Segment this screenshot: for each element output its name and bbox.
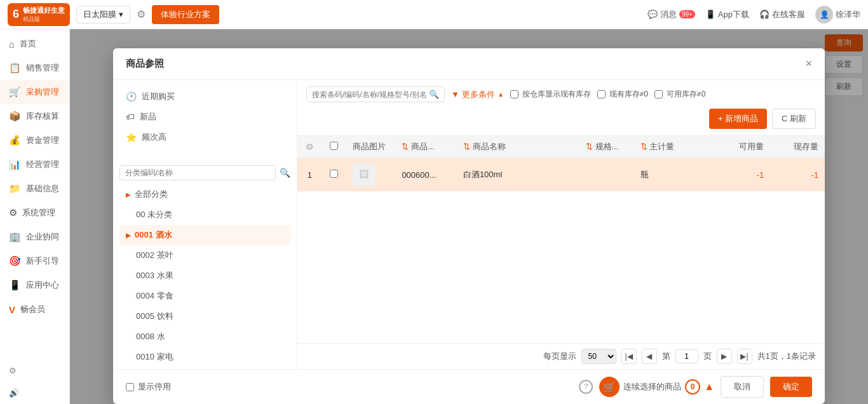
app-download-item[interactable]: 📱 App下载 — [705, 9, 749, 20]
filter-button[interactable]: ▼ 更多条件 ▲ — [451, 89, 504, 100]
show-disabled-checkbox[interactable] — [126, 383, 134, 391]
user-item[interactable]: 👤 徐泽华 — [815, 6, 860, 24]
category-0005[interactable]: 0005 饮料 — [119, 306, 290, 327]
cart-count-badge: 0 — [685, 379, 700, 394]
inventory-icon: 📦 — [9, 111, 21, 122]
sidebar-settings[interactable]: ⚙ — [0, 360, 69, 382]
sidebar-item-apps[interactable]: 📱 应用中心 — [0, 273, 69, 297]
col-img-header: 商品图片 — [346, 136, 395, 158]
category-all[interactable]: ▶ 全部分类 — [119, 184, 290, 205]
next-page-button[interactable]: ▶ — [717, 349, 732, 364]
quick-link-recent[interactable]: 🕐 近期购买 — [119, 86, 290, 107]
sort-icon-name: ⇅ — [463, 142, 470, 151]
first-page-button[interactable]: |◀ — [621, 349, 637, 364]
confirm-button[interactable]: 确定 — [770, 377, 812, 397]
product-code-cell: 000600... — [395, 158, 457, 192]
quick-link-frequent[interactable]: ⭐ 频次高 — [119, 127, 290, 147]
table-row[interactable]: 1 🖼 — [297, 158, 825, 192]
existing-stock-checkbox-row[interactable]: 现有库存≠0 — [597, 89, 648, 100]
available-stock-checkbox-row[interactable]: 可用库存≠0 — [654, 89, 705, 100]
category-0004[interactable]: 0004 零食 — [119, 286, 290, 306]
per-page-select[interactable]: 50 100 200 — [581, 349, 616, 364]
existing-stock-checkbox[interactable] — [597, 90, 606, 98]
category-search-icon[interactable]: 🔍 — [280, 168, 290, 178]
guide-icon: 🎯 — [9, 255, 21, 267]
available-stock-checkbox[interactable] — [654, 90, 663, 98]
category-0008[interactable]: 0008 水 — [119, 327, 290, 347]
sidebar-item-inventory[interactable]: 📦 库存核算 — [0, 104, 69, 128]
product-name-cell: 白酒100ml — [457, 158, 580, 192]
apps-icon: 📱 — [9, 279, 21, 291]
product-image: 🖼 — [353, 163, 376, 186]
footer-left: 显示停用 — [126, 381, 171, 393]
collapse-cart-icon[interactable]: ▲ — [704, 381, 714, 393]
help-icon[interactable]: ? — [579, 380, 593, 394]
category-0010[interactable]: 0010 家电 — [119, 347, 290, 367]
category-0003[interactable]: 0003 水果 — [119, 266, 290, 286]
col-spec-header[interactable]: ⇅ 规格... — [580, 136, 634, 158]
category-0001[interactable]: ▶ 0001 酒水 — [119, 225, 290, 245]
store-dropdown[interactable]: 日太阳膜 ▾ — [76, 6, 130, 24]
modal-category-panel: 🕐 近期购买 🏷 新品 ⭐ 频次高 — [113, 80, 297, 369]
row-checkbox[interactable] — [330, 170, 338, 178]
last-page-button[interactable]: ▶| — [737, 349, 752, 364]
messages-item[interactable]: 💬 消息 99+ — [648, 9, 695, 20]
table-header-row: ⚙ 商品图片 — [297, 136, 825, 158]
col-check-header[interactable] — [322, 136, 347, 158]
category-search-row: 🔍 — [113, 161, 297, 184]
category-list: ▶ 全部分类 00 未分类 ▶ 0001 酒水 — [113, 184, 297, 367]
col-stock-header: 现存量 — [770, 136, 825, 158]
sidebar-item-system[interactable]: ⚙ 系统管理 — [0, 201, 69, 225]
col-unit-header[interactable]: ⇅ 主计量 — [634, 136, 689, 158]
warehouse-checkbox[interactable] — [510, 90, 519, 98]
avatar: 👤 — [815, 6, 833, 24]
settings-icon: ⚙ — [9, 366, 17, 375]
table-settings-icon[interactable]: ⚙ — [306, 142, 314, 152]
quick-link-new[interactable]: 🏷 新品 — [119, 107, 290, 127]
sidebar-volume[interactable]: 🔊 — [0, 382, 69, 404]
col-name-header[interactable]: ⇅ 商品名称 — [457, 136, 580, 158]
sidebar-item-finance[interactable]: 💰 资金管理 — [0, 128, 69, 152]
product-table-container: ⚙ 商品图片 — [297, 136, 825, 343]
sidebar-item-base[interactable]: 📁 基础信息 — [0, 177, 69, 201]
refresh-button[interactable]: C 刷新 — [772, 109, 816, 129]
add-product-button[interactable]: + 新增商品 — [709, 109, 767, 129]
sidebar-item-member[interactable]: V 畅会员 — [0, 297, 69, 321]
page-number-input[interactable] — [675, 349, 698, 363]
sidebar-item-operation[interactable]: 📊 经营管理 — [0, 152, 69, 177]
sidebar-item-home[interactable]: ⌂ 首页 — [0, 32, 69, 56]
online-service-item[interactable]: 🎧 在线客服 — [759, 9, 805, 20]
modal-title: 商品参照 — [126, 58, 164, 70]
category-search-input[interactable] — [119, 165, 276, 180]
prev-page-button[interactable]: ◀ — [642, 349, 657, 364]
total-pages-label: 共1页，1条记录 — [757, 351, 816, 362]
collapse-panel-button[interactable]: ‹‹ — [297, 212, 297, 238]
modal-close-button[interactable]: × — [805, 57, 812, 71]
try-button[interactable]: 体验行业方案 — [152, 5, 219, 24]
home-icon: ⌂ — [9, 39, 15, 50]
sidebar-item-purchase[interactable]: 🛒 采购管理 — [0, 80, 69, 104]
sidebar-item-sales[interactable]: 📋 销售管理 — [0, 56, 69, 80]
quick-links: 🕐 近期购买 🏷 新品 ⭐ 频次高 — [113, 86, 297, 154]
logo-icon: 6 — [13, 8, 19, 21]
phone-icon: 📱 — [705, 10, 715, 19]
col-code-header[interactable]: ⇅ 商品... — [395, 136, 457, 158]
cancel-button[interactable]: 取消 — [721, 376, 764, 398]
modal-header: 商品参照 × — [113, 48, 825, 80]
warehouse-checkbox-row[interactable]: 按仓库显示现有库存 — [510, 89, 591, 100]
sidebar-item-guide[interactable]: 🎯 新手引导 — [0, 249, 69, 273]
modal-right-panel: 🔍 ▼ 更多条件 ▲ 按仓库显示现有库存 — [297, 80, 825, 369]
cart-icon[interactable]: 🛒 — [599, 377, 620, 397]
col-settings-header[interactable]: ⚙ — [297, 136, 322, 158]
category-00[interactable]: 00 未分类 — [119, 205, 290, 225]
operation-icon: 📊 — [9, 159, 21, 170]
clock-icon: 🕐 — [126, 91, 137, 102]
product-search-input[interactable] — [312, 90, 426, 99]
sidebar-item-enterprise[interactable]: 🏢 企业协同 — [0, 225, 69, 249]
row-checkbox-cell[interactable] — [322, 158, 347, 192]
gear-icon[interactable]: ⚙ — [137, 8, 146, 20]
show-disabled-label[interactable]: 显示停用 — [126, 381, 171, 393]
category-0002[interactable]: 0002 茶叶 — [119, 245, 290, 266]
select-all-checkbox[interactable] — [330, 142, 338, 150]
product-search-icon[interactable]: 🔍 — [429, 90, 439, 99]
